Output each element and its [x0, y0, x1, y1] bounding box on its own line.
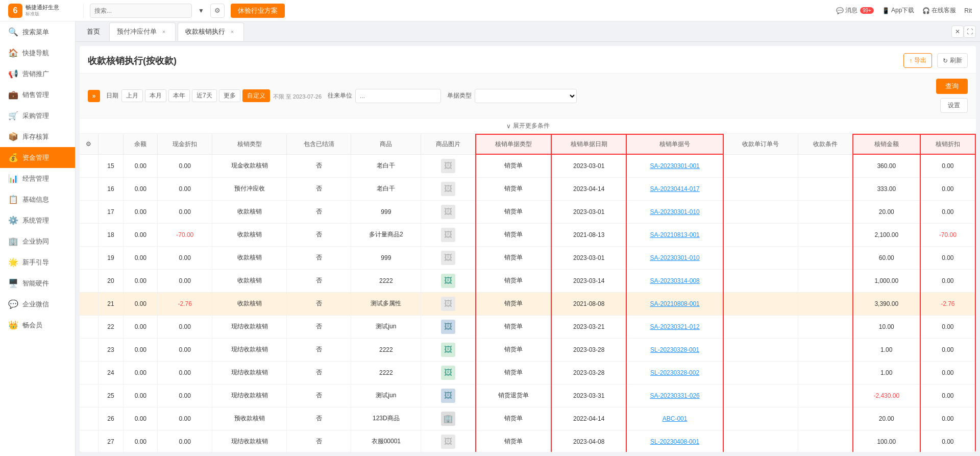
td-settings[interactable] [80, 315, 98, 338]
message-badge: 99+ [860, 7, 874, 14]
td-settings[interactable] [80, 177, 98, 200]
td-settings[interactable] [80, 223, 98, 246]
td-cancel-type: 收款核销 [212, 223, 287, 246]
td-settings[interactable] [80, 292, 98, 315]
settings-icon[interactable]: ⚙ [210, 4, 225, 18]
td-cancel-discount: 0.00 [920, 407, 975, 430]
td-cash-discount: 0.00 [158, 200, 212, 223]
goods-img-placeholder: 🖼 [441, 159, 455, 173]
tab-receipt-cancel[interactable]: 收款核销执行 × [178, 22, 244, 41]
settings-button[interactable]: 设置 [940, 98, 968, 113]
td-cash-discount: -2.76 [158, 292, 212, 315]
sidebar-item-purchase[interactable]: 🛒 采购管理 [0, 105, 75, 126]
date-btn-more[interactable]: 更多 [219, 89, 240, 102]
voucher-type-select[interactable] [475, 89, 577, 103]
sidebar-item-sales[interactable]: 💼 销售管理 [0, 84, 75, 105]
td-cancel-no[interactable]: SL-20230328-002 [626, 361, 723, 384]
sidebar-item-member[interactable]: 👑 畅会员 [0, 315, 75, 335]
td-cancel-no[interactable]: SA-20210813-001 [626, 223, 723, 246]
td-cancel-no[interactable]: SA-20230331-026 [626, 384, 723, 407]
td-settings[interactable] [80, 361, 98, 384]
td-goods-img: 🖼 [421, 154, 476, 177]
td-cancel-no[interactable]: SA-20230301-010 [626, 200, 723, 223]
sidebar-label-purchase: 采购管理 [22, 111, 49, 121]
export-icon: ↑ [909, 57, 912, 64]
sidebar-label-sys-mgmt: 系统管理 [22, 216, 49, 225]
td-cancel-voucher-type: 销货单 [476, 154, 551, 177]
td-settings[interactable] [80, 430, 98, 452]
page-header: 收款核销执行(按收款) ↑ 导出 ↻ 刷新 [80, 46, 976, 74]
sidebar-item-base-info[interactable]: 📋 基础信息 [0, 189, 75, 210]
date-range-note: 不限 至 2023-07-26 [273, 93, 322, 101]
tab-prepay-close[interactable]: × [160, 28, 168, 36]
th-cancel-no: 核销单据号 [626, 134, 723, 154]
tab-close-all-btn[interactable]: ✕ [951, 26, 964, 38]
td-cancel-no[interactable]: SA-20210808-001 [626, 292, 723, 315]
message-btn[interactable]: 💬 消息 99+ [836, 6, 874, 15]
date-btn-custom[interactable]: 自定义 [242, 89, 270, 102]
td-settings[interactable] [80, 246, 98, 269]
sidebar-item-search-menu[interactable]: 🔍 搜索菜单 [0, 21, 75, 42]
tab-home[interactable]: 首页 [80, 22, 107, 41]
query-button[interactable]: 查询 [936, 79, 968, 94]
main-layout: 🔍 搜索菜单 🏠 快捷导航 📢 营销推广 💼 销售管理 🛒 采购管理 📦 库存核… [0, 21, 980, 456]
filter-expand-btn[interactable]: » [88, 90, 100, 102]
tab-prepay[interactable]: 预付冲应付单 × [109, 22, 176, 41]
export-button[interactable]: ↑ 导出 [903, 53, 932, 68]
user-area[interactable]: Rit [964, 7, 972, 14]
sidebar-item-smart-hw[interactable]: 🖥️ 智能硬件 [0, 273, 75, 294]
td-receipt-order-no [723, 292, 798, 315]
finance-icon: 💰 [8, 153, 18, 162]
sidebar-item-enterprise[interactable]: 🏢 企业协同 [0, 231, 75, 252]
td-cancel-no[interactable]: SA-20230414-017 [626, 177, 723, 200]
td-cancel-voucher-type: 销货单 [476, 223, 551, 246]
td-cancel-no[interactable]: SL-20230328-001 [626, 338, 723, 361]
top-search-input[interactable] [90, 4, 192, 18]
td-cancel-no[interactable]: SA-20230314-008 [626, 269, 723, 292]
sidebar-item-sys-mgmt[interactable]: ⚙️ 系统管理 [0, 210, 75, 231]
date-btn-7days[interactable]: 近7天 [192, 89, 217, 102]
online-service-btn[interactable]: 🎧 在线客服 [922, 6, 956, 15]
td-settings[interactable] [80, 407, 98, 430]
date-btn-last-month[interactable]: 上月 [121, 89, 143, 102]
td-cancel-no[interactable]: SA-20230301-001 [626, 154, 723, 177]
top-dropdown[interactable]: ▼ [198, 7, 204, 14]
td-cancel-no[interactable]: SA-20230301-010 [626, 246, 723, 269]
sidebar-item-guide[interactable]: 🌟 新手引导 [0, 252, 75, 273]
td-settings[interactable] [80, 154, 98, 177]
td-receipt-order-no [723, 177, 798, 200]
td-settings[interactable] [80, 338, 98, 361]
sidebar-item-finance[interactable]: 💰 资金管理 [0, 147, 75, 168]
solution-button[interactable]: 休验行业方案 [231, 4, 285, 18]
sidebar-item-operations[interactable]: 📊 经营管理 [0, 168, 75, 189]
tab-receipt-cancel-close[interactable]: × [228, 28, 236, 36]
td-cancel-no[interactable]: ABC-001 [626, 407, 723, 430]
table-header-row: ⚙ 余额 现金折扣 核销类型 包含已结清 商品 商品图片 核销单据类型 核销单据… [80, 134, 975, 154]
th-cancel-discount: 核销折扣 [920, 134, 975, 154]
partner-input[interactable] [355, 89, 441, 103]
td-settings[interactable] [80, 269, 98, 292]
td-settings[interactable] [80, 200, 98, 223]
expand-more-conditions[interactable]: ∨ 展开更多条件 [80, 118, 976, 134]
th-settings[interactable]: ⚙ [80, 134, 98, 154]
td-include-settled: 否 [286, 407, 351, 430]
sidebar-item-marketing[interactable]: 📢 营销推广 [0, 63, 75, 84]
table-row: 17 0.00 0.00 收款核销 否 999 🖼 销货单 2023-03-01… [80, 200, 975, 223]
sidebar-item-quick-nav[interactable]: 🏠 快捷导航 [0, 42, 75, 63]
date-btn-this-year[interactable]: 本年 [168, 89, 190, 102]
td-cancel-no[interactable]: SL-20230408-001 [626, 430, 723, 452]
tab-fullscreen-btn[interactable]: ⛶ [964, 26, 976, 38]
td-cancel-no[interactable]: SA-20230321-012 [626, 315, 723, 338]
td-settings[interactable] [80, 384, 98, 407]
td-balance: 0.00 [124, 177, 158, 200]
refresh-button[interactable]: ↻ 刷新 [937, 53, 968, 68]
sidebar-item-wechat[interactable]: 💬 企业微信 [0, 294, 75, 315]
sidebar-item-inventory[interactable]: 📦 库存核算 [0, 126, 75, 147]
td-goods: 老白干 [351, 177, 421, 200]
app-download-btn[interactable]: 📱 App下载 [882, 6, 914, 15]
date-btn-this-month[interactable]: 本月 [145, 89, 166, 102]
tabs-bar: 首页 预付冲应付单 × 收款核销执行 × ✕ ⛶ [76, 21, 980, 42]
th-cancel-date: 核销单据日期 [551, 134, 627, 154]
expand-chevron-icon: ∨ [506, 123, 511, 130]
goods-img-placeholder: 🖼 [441, 251, 455, 265]
